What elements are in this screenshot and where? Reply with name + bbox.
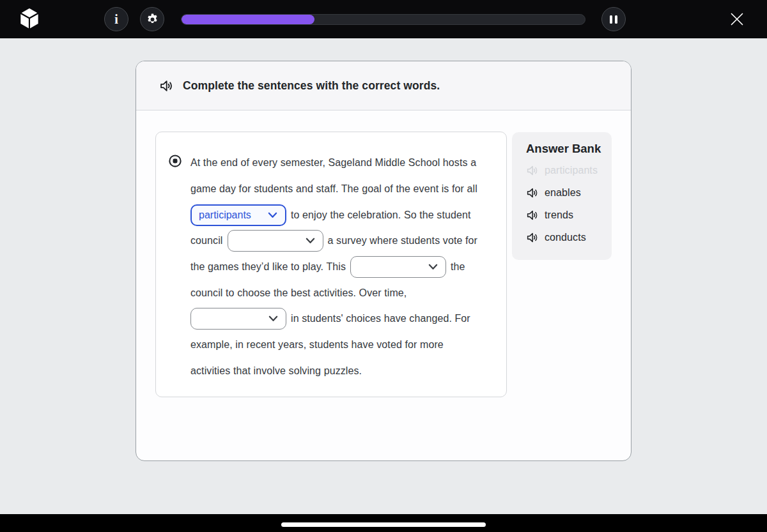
question-card-header: Complete the sentences with the correct … xyxy=(136,61,631,110)
passage-text-segment: the games they’d like to play. This xyxy=(190,261,346,273)
speaker-icon[interactable] xyxy=(526,186,539,199)
passage-line: game day for students and staff. The goa… xyxy=(190,176,499,202)
passage-text-segment: a survey where students vote for xyxy=(328,235,477,247)
pause-icon xyxy=(610,15,617,24)
chevron-down-icon xyxy=(428,264,438,270)
answer-bank-title: Answer Bank xyxy=(526,142,605,156)
passage-text-segment: in students' choices have changed. For xyxy=(291,313,470,324)
answer-bank-item-label: enables xyxy=(545,187,581,199)
answer-bank-item[interactable]: conducts xyxy=(526,231,605,244)
passage-text-segment: council xyxy=(190,235,223,247)
progress-bar xyxy=(181,14,585,25)
close-icon xyxy=(729,11,745,27)
speaker-icon[interactable] xyxy=(526,231,539,244)
passage-line: councila survey where students vote for xyxy=(190,228,499,254)
answer-dropdown[interactable] xyxy=(228,230,323,252)
cube-logo-icon xyxy=(17,6,42,32)
passage-line: in students' choices have changed. For xyxy=(190,306,499,332)
bottombar xyxy=(0,514,767,532)
close-button[interactable] xyxy=(729,11,745,27)
dropdown-value: participants xyxy=(199,209,251,221)
answer-bank-item: participants xyxy=(526,164,605,177)
answer-bank: Answer Bank participantsenablestrendscon… xyxy=(512,132,612,260)
topbar: i xyxy=(0,0,767,38)
passage-panel: At the end of every semester, Sageland M… xyxy=(155,132,507,397)
pause-button[interactable] xyxy=(601,7,626,31)
chevron-down-icon xyxy=(268,315,278,322)
answer-bank-items: participantsenablestrendsconducts xyxy=(526,164,605,244)
chevron-down-icon xyxy=(268,212,277,218)
answer-bank-item[interactable]: enables xyxy=(526,186,605,199)
prompt-title: Complete the sentences with the correct … xyxy=(183,79,440,93)
answer-bank-item[interactable]: trends xyxy=(526,209,605,222)
prompt-speaker-icon[interactable] xyxy=(159,79,174,93)
passage-text: At the end of every semester, Sageland M… xyxy=(190,150,499,384)
passage-line: activities that involve solving puzzles. xyxy=(190,358,499,384)
chevron-down-icon xyxy=(306,238,315,244)
speaker-icon[interactable] xyxy=(526,209,539,222)
passage-line: At the end of every semester, Sageland M… xyxy=(190,150,499,176)
passage-line: example, in recent years, students have … xyxy=(190,332,499,358)
passage-line: the games they’d like to play. Thisthe xyxy=(190,254,499,280)
answer-dropdown[interactable] xyxy=(190,308,286,330)
passage-line: participantsto enjoy the celebration. So… xyxy=(190,202,499,228)
passage-text-segment: the xyxy=(451,261,465,273)
passage-text-segment: game day for students and staff. The goa… xyxy=(190,183,477,195)
progress-fill xyxy=(182,15,314,24)
gear-icon xyxy=(146,13,159,26)
passage-line: council to choose the best activities. O… xyxy=(190,280,499,306)
info-button[interactable]: i xyxy=(104,7,128,31)
passage-text-segment: activities that involve solving puzzles. xyxy=(190,365,362,377)
question-card: Complete the sentences with the correct … xyxy=(136,61,631,461)
passage-text-segment: council to choose the best activities. O… xyxy=(190,287,407,299)
passage-text-segment: example, in recent years, students have … xyxy=(190,339,444,351)
info-icon: i xyxy=(114,13,118,26)
speaker-icon xyxy=(526,164,539,177)
app-window: i xyxy=(0,0,767,532)
answer-bank-item-label: trends xyxy=(545,209,573,221)
passage-text-segment: to enjoy the celebration. So the student xyxy=(291,209,471,221)
passage-text-segment: At the end of every semester, Sageland M… xyxy=(190,157,476,169)
home-indicator[interactable] xyxy=(281,522,486,527)
answer-bank-item-label: conducts xyxy=(545,232,586,243)
answer-bank-item-label: participants xyxy=(545,165,598,176)
answer-dropdown[interactable] xyxy=(350,256,446,278)
answer-dropdown[interactable]: participants xyxy=(190,204,286,226)
record-bullet-icon xyxy=(168,154,182,168)
settings-button[interactable] xyxy=(140,7,164,31)
